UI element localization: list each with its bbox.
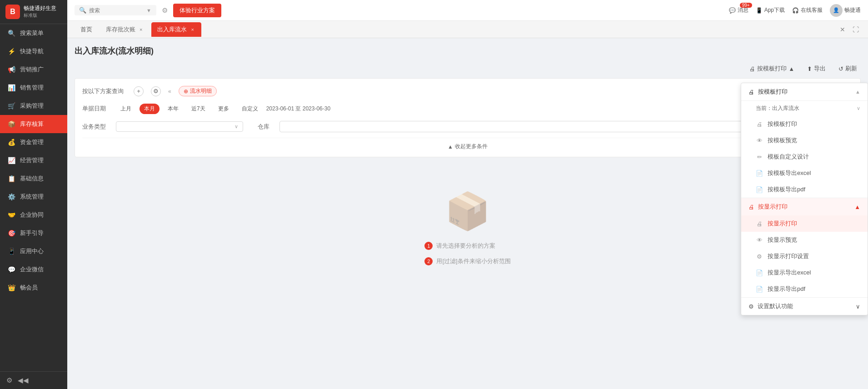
inout-flow-label: 出入库流水 <box>157 25 187 34</box>
date-custom[interactable]: 自定义 <box>237 104 263 114</box>
export-label: 导出 <box>814 65 826 73</box>
print-template-label: 按模板打印 <box>757 65 787 73</box>
main-area: 🔍 ▼ ⚙ 体验行业方案 💬 消息 99+ 📱 App下载 🎧 在线客服 👤 <box>67 0 868 389</box>
date-more[interactable]: 更多 <box>214 104 234 114</box>
message-icon: 💬 <box>729 7 736 14</box>
tab-batch-ledger[interactable]: 库存批次账 × <box>100 22 150 37</box>
dropdown-template-print[interactable]: 🖨 按模板打印 <box>741 116 868 132</box>
filter-add-button[interactable]: + <box>134 86 144 96</box>
topbar: 🔍 ▼ ⚙ 体验行业方案 💬 消息 99+ 📱 App下载 🎧 在线客服 👤 <box>67 0 868 21</box>
dropdown-display-settings[interactable]: ⚙ 按显示打印设置 <box>741 248 868 264</box>
dropdown-footer[interactable]: ⚙ 设置默认功能 ∨ <box>741 297 868 315</box>
user-profile[interactable]: 👤 畅捷通 <box>830 4 861 17</box>
tab-close-batch-ledger[interactable]: × <box>138 26 144 33</box>
template-print-collapse-icon[interactable]: ▲ <box>855 89 860 95</box>
search-dropdown-icon[interactable]: ▼ <box>146 8 151 13</box>
template-current-row[interactable]: 当前：出入库流水 ∨ <box>741 101 868 116</box>
sidebar-item-wechat[interactable]: 💬 企业微信 <box>0 260 67 279</box>
settings-footer-icon[interactable]: ⚙ <box>6 376 12 384</box>
quick-nav-nav-label: 快捷导航 <box>20 47 61 55</box>
message-action[interactable]: 💬 消息 99+ <box>729 6 748 14</box>
business-type-arrow: ∨ <box>234 124 238 130</box>
tab-close-inout-flow[interactable]: × <box>190 26 195 33</box>
app-download-label: App下载 <box>764 6 785 14</box>
trial-button[interactable]: 体验行业方案 <box>173 4 221 17</box>
sidebar-item-finance[interactable]: 💰 资金管理 <box>0 133 67 151</box>
dropdown-template-pdf[interactable]: 📄 按模板导出pdf <box>741 181 868 198</box>
print-template-button[interactable]: 🖨 按模板打印 ▲ <box>746 63 798 75</box>
sidebar-item-basic-info[interactable]: 📋 基础信息 <box>0 170 67 188</box>
headset-icon: 🎧 <box>792 7 799 14</box>
footer-settings-icon: ⚙ <box>748 303 754 310</box>
dropdown-template-preview[interactable]: 👁 按模板预览 <box>741 132 868 149</box>
sidebar-item-quick-nav[interactable]: ⚡ 快捷导航 <box>0 42 67 60</box>
member-nav-icon: 👑 <box>6 284 16 291</box>
template-excel-label: 按模板导出excel <box>768 169 811 177</box>
dropdown-display-pdf[interactable]: 📄 按显示导出pdf <box>741 281 868 297</box>
display-print-section-header[interactable]: 🖨 按显示打印 ▲ <box>741 198 868 215</box>
template-custom-label: 模板自定义设计 <box>768 153 809 161</box>
business-type-field[interactable]: ∨ <box>116 121 243 132</box>
template-print-section-header[interactable]: 🖨 按模板打印 ▲ <box>741 83 868 101</box>
guide-nav-label: 新手引导 <box>20 229 61 237</box>
template-preview-label: 按模板预览 <box>768 136 797 145</box>
dropdown-template-excel[interactable]: 📄 按模板导出excel <box>741 165 868 181</box>
app-download-action[interactable]: 📱 App下载 <box>756 6 785 14</box>
date-this-month[interactable]: 本月 <box>140 104 160 114</box>
collapse-more-btn[interactable]: ▲ 收起更多条件 <box>448 140 488 153</box>
display-print-header-icon: 🖨 <box>748 204 754 210</box>
filter-header-row: 按以下方案查询 + ⚙ « ⊕ 流水明细 <box>82 86 853 96</box>
mobile-icon: 📱 <box>756 7 763 14</box>
dropdown-display-excel[interactable]: 📄 按显示导出excel <box>741 264 868 281</box>
display-print-collapse-icon[interactable]: ▲ <box>854 204 860 210</box>
purchase-nav-icon: 🛒 <box>6 102 16 110</box>
dropdown-display-preview[interactable]: 👁 按显示预览 <box>741 232 868 248</box>
footer-label: 设置默认功能 <box>758 302 793 310</box>
print-dropdown-arrow[interactable]: ▲ <box>788 65 794 72</box>
date-this-year[interactable]: 本年 <box>163 104 183 114</box>
basic-info-nav-icon: 📋 <box>6 175 16 182</box>
sidebar-item-member[interactable]: 👑 畅会员 <box>0 279 67 297</box>
date-last-7[interactable]: 近7天 <box>187 104 210 114</box>
collapse-footer-icon[interactable]: ◀◀ <box>18 376 29 384</box>
sidebar-item-purchase[interactable]: 🛒 采购管理 <box>0 97 67 115</box>
search-input[interactable] <box>89 7 144 14</box>
customer-service-label: 在线客服 <box>801 6 823 14</box>
topbar-search-box[interactable]: 🔍 ▼ <box>75 5 156 15</box>
sidebar-item-sales[interactable]: 📊 销售管理 <box>0 79 67 97</box>
tab-home[interactable]: 首页 <box>75 22 98 37</box>
refresh-icon: ↺ <box>838 65 843 72</box>
sidebar-item-inventory[interactable]: 📦 库存核算 <box>0 115 67 133</box>
search-nav-label: 搜索菜单 <box>20 29 61 37</box>
sidebar-item-search[interactable]: 🔍 搜索菜单 <box>0 24 67 42</box>
template-print-item-label: 按模板打印 <box>768 120 797 128</box>
customer-service-action[interactable]: 🎧 在线客服 <box>792 6 823 14</box>
page-title: 出入库流水(流水明细) <box>75 45 861 56</box>
filter-settings-button[interactable]: ⚙ <box>151 86 161 96</box>
guide-nav-icon: 🎯 <box>6 229 16 237</box>
export-button[interactable]: ⬆ 导出 <box>803 63 829 75</box>
topbar-gear-icon[interactable]: ⚙ <box>162 6 168 15</box>
sidebar-item-marketing[interactable]: 📢 营销推广 <box>0 60 67 79</box>
sidebar-item-operations[interactable]: 📈 经营管理 <box>0 151 67 170</box>
tab-inout-flow[interactable]: 出入库流水 × <box>151 22 201 37</box>
tab-close-all-icon[interactable]: ✕ <box>838 24 847 35</box>
sidebar-item-system[interactable]: ⚙️ 系统管理 <box>0 188 67 206</box>
wechat-nav-label: 企业微信 <box>20 265 61 274</box>
display-preview-label: 按显示预览 <box>768 236 797 244</box>
sidebar-item-app-center[interactable]: 📱 应用中心 <box>0 242 67 260</box>
dropdown-template-custom[interactable]: ✏ 模板自定义设计 <box>741 149 868 165</box>
export-icon: ⬆ <box>807 65 812 72</box>
tab-expand-icon[interactable]: ⛶ <box>851 24 861 35</box>
active-filter-tag[interactable]: ⊕ 流水明细 <box>179 86 217 96</box>
sidebar-item-guide[interactable]: 🎯 新手引导 <box>0 224 67 242</box>
display-print-icon: 🖨 <box>756 220 763 227</box>
dropdown-display-print[interactable]: 🖨 按显示打印 <box>741 215 868 232</box>
printer-icon: 🖨 <box>749 65 755 72</box>
topbar-actions: 💬 消息 99+ 📱 App下载 🎧 在线客服 👤 畅捷通 <box>729 4 861 17</box>
sidebar-item-enterprise[interactable]: 🤝 企业协同 <box>0 206 67 224</box>
filter-collapse-icon[interactable]: « <box>168 88 171 95</box>
inventory-nav-icon: 📦 <box>6 120 16 128</box>
refresh-button[interactable]: ↺ 刷新 <box>835 63 861 75</box>
date-last-month[interactable]: 上月 <box>116 104 136 114</box>
